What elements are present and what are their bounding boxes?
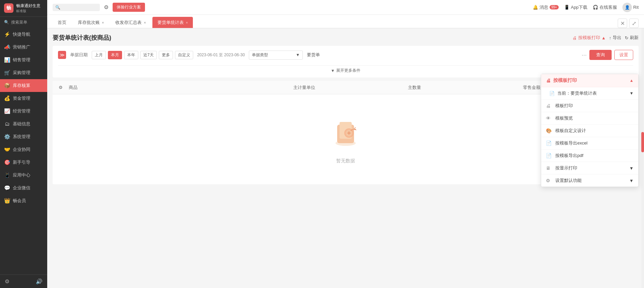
export-button[interactable]: ↑ 导出	[609, 35, 622, 41]
date-more-button[interactable]: 更多	[159, 51, 173, 59]
date-this-month-button[interactable]: 本月	[108, 51, 122, 59]
sidebar-item-wechat[interactable]: 💬 企业微信	[0, 182, 47, 194]
date-last-month-button[interactable]: 上月	[92, 51, 106, 59]
dropdown-item-template-design[interactable]: 🎨 模板自定义设计	[541, 125, 638, 137]
sales-icon: 📊	[4, 57, 10, 63]
template-design-icon: 🎨	[546, 128, 552, 133]
display-print-icon: 🖥	[546, 165, 552, 171]
expand-more-icon: ▼	[331, 68, 335, 73]
sidebar-search[interactable]: 🔍 搜索菜单	[0, 17, 47, 28]
notification-item[interactable]: 🔔 消息 99+	[533, 4, 559, 10]
sidebar-item-label: 营销推广	[13, 44, 30, 50]
sidebar-item-finance[interactable]: 💰 资金管理	[0, 92, 47, 105]
sidebar-item-cooperation[interactable]: 🤝 企业协同	[0, 143, 47, 156]
refresh-button[interactable]: ↻ 刷新	[625, 35, 639, 41]
online-service-item[interactable]: 🎧 在线客服	[593, 4, 617, 10]
sidebar-item-apps[interactable]: 📱 应用中心	[0, 169, 47, 182]
industry-solution-button[interactable]: 体验行业方案	[113, 3, 145, 12]
more-options-icon[interactable]: ···	[582, 52, 587, 59]
sidebar-item-label: 应用中心	[13, 172, 30, 178]
sidebar-item-marketing[interactable]: 📣 营销推广	[0, 41, 47, 54]
print-template-button[interactable]: 🖨 按模板打印 ▲	[573, 35, 606, 41]
tab-maximize-button[interactable]: ⤢	[629, 19, 639, 28]
template-preview-label: 模板预览	[555, 115, 573, 121]
tab-close-inventory-batch[interactable]: ×	[102, 21, 104, 25]
app-download-item[interactable]: 📱 App下载	[564, 4, 587, 10]
tab-inventory-batch[interactable]: 库存批次账 ×	[73, 17, 109, 28]
date-custom-button[interactable]: 自定义	[175, 51, 193, 59]
sidebar-item-label: 企业协同	[13, 147, 30, 153]
search-label: 搜索菜单	[11, 20, 27, 25]
export-label: 导出	[613, 35, 621, 41]
sidebar-item-inventory[interactable]: 📦 库存核算	[0, 79, 47, 92]
filter-expand-button[interactable]: ≫	[58, 51, 66, 59]
order-type-select[interactable]: 单据类型 ▼	[249, 51, 303, 60]
page-actions: 🖨 按模板打印 ▲ ↑ 导出 ↻ 刷新	[573, 35, 639, 41]
query-button[interactable]: 查询	[589, 50, 612, 60]
topbar-gear-icon[interactable]: ⚙	[104, 4, 109, 10]
guide-icon: 🎯	[4, 159, 10, 165]
empty-illustration	[329, 115, 362, 155]
dropdown-item-export-excel[interactable]: 📄 按模板导出excel	[541, 137, 638, 150]
apps-icon: 📱	[4, 172, 10, 178]
sidebar-item-quick-nav[interactable]: ⚡ 快捷导航	[0, 28, 47, 41]
footer-speaker-icon[interactable]: 🔊	[36, 278, 42, 285]
sidebar-item-operations[interactable]: 📈 经营管理	[0, 105, 47, 118]
date-last-7-days-button[interactable]: 近7天	[140, 51, 157, 59]
tab-order-stats[interactable]: 要货单统计表 ×	[152, 17, 193, 28]
empty-text: 暂无数据	[336, 158, 355, 164]
inventory-icon: 📦	[4, 83, 10, 89]
dropdown-current-item[interactable]: 📄 当前：要货单统计表 ▼	[541, 87, 638, 100]
tab-receivable-summary[interactable]: 收发存汇总表 ×	[110, 17, 151, 28]
expand-more-label: 展开更多条件	[336, 68, 360, 73]
right-scrollbar[interactable]	[641, 28, 644, 288]
dropdown-item-default-func[interactable]: ⚙ 设置默认功能 ▼	[541, 174, 638, 187]
export-pdf-icon: 📄	[546, 153, 552, 158]
chevron-down-icon: ▼	[296, 53, 300, 57]
sidebar-item-member[interactable]: 👑 畅会员	[0, 194, 47, 207]
app-badge: 标准版	[16, 9, 40, 13]
tab-home[interactable]: 首页	[53, 17, 71, 28]
sidebar-item-label: 资金管理	[13, 95, 30, 101]
display-print-label: 按显示打印	[555, 165, 577, 171]
wechat-icon: 💬	[4, 185, 10, 191]
bell-icon: 🔔	[533, 5, 538, 10]
dropdown-item-export-pdf[interactable]: 📄 按模板导出pdf	[541, 150, 638, 162]
dropdown-item-template-print[interactable]: 🖨 模板打印	[541, 100, 638, 112]
dropdown-title-left: 🖨 按模板打印	[546, 77, 577, 84]
sidebar-item-system[interactable]: ⚙️ 系统管理	[0, 130, 47, 143]
sidebar-footer: ⚙ 🔊	[0, 275, 47, 288]
topbar-search-box[interactable]: 🔍	[53, 4, 100, 11]
sidebar-item-label: 库存核算	[13, 83, 30, 89]
footer-settings-icon[interactable]: ⚙	[5, 278, 9, 285]
content-area: 要货单统计表(按商品) 🖨 按模板打印 ▲ ↑ 导出 ↻ 刷新 ≫	[47, 28, 644, 288]
th-settings[interactable]: ⚙	[56, 85, 66, 90]
default-func-icon: ⚙	[546, 178, 552, 183]
th-product: 商品	[66, 85, 291, 91]
tab-close-receivable-summary[interactable]: ×	[144, 21, 146, 25]
sidebar-item-purchase[interactable]: 🛒 采购管理	[0, 66, 47, 79]
th-unit: 主计量单位	[291, 85, 406, 91]
date-group: 上月 本月 本年 近7天 更多 自定义	[92, 51, 193, 59]
sidebar-item-sales[interactable]: 📊 销售管理	[0, 54, 47, 66]
sidebar-item-basic[interactable]: 🗂 基础信息	[0, 118, 47, 130]
sidebar-item-guide[interactable]: 🎯 新手引导	[0, 156, 47, 169]
tab-close-button[interactable]: ✕	[618, 19, 627, 28]
settings-button[interactable]: 设置	[614, 50, 633, 60]
tab-close-order-stats[interactable]: ×	[186, 21, 188, 25]
scrollbar-thumb	[641, 132, 644, 152]
sidebar-nav: ⚡ 快捷导航 📣 营销推广 📊 销售管理 🛒 采购管理 📦 库存核算 💰 资金管…	[0, 28, 47, 275]
dropdown-item-display-print[interactable]: 🖥 按显示打印 ▼	[541, 162, 638, 174]
dropdown-item-template-preview[interactable]: 👁 模板预览	[541, 112, 638, 125]
expand-more-button[interactable]: ▼ 展开更多条件	[331, 68, 360, 73]
date-this-year-button[interactable]: 本年	[124, 51, 138, 59]
quick-nav-icon: ⚡	[4, 31, 10, 37]
user-avatar-item[interactable]: 👤 Rit	[622, 3, 639, 12]
export-icon: ↑	[609, 35, 612, 40]
purchase-icon: 🛒	[4, 70, 10, 76]
sidebar-item-label: 企业微信	[13, 185, 30, 191]
dropdown-header[interactable]: 🖨 按模板打印 ▲	[541, 74, 638, 87]
refresh-label: 刷新	[630, 35, 639, 41]
sidebar-item-label: 销售管理	[13, 57, 30, 63]
home-tab-label: 首页	[58, 20, 66, 26]
